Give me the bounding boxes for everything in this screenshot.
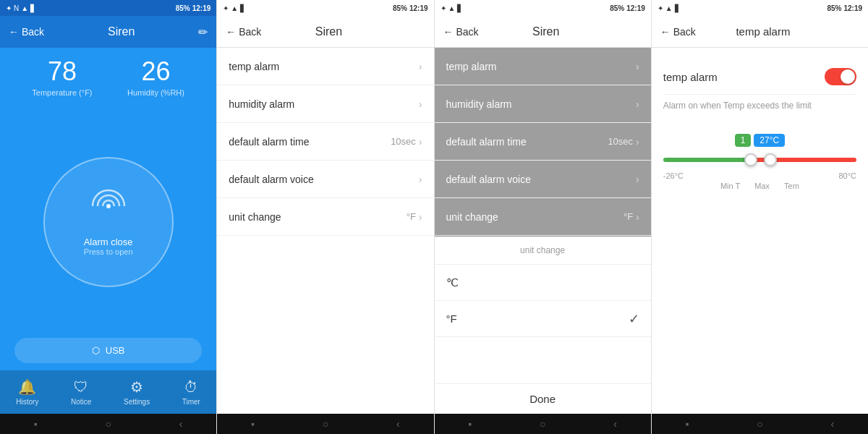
menu-label-dimmed-unit: unit change [446, 211, 624, 223]
bluetooth-icon-2: ✦ [223, 4, 229, 12]
status-right-2: 85% 12:19 [393, 4, 428, 12]
menu-arrow-temp: › [419, 61, 422, 72]
menu-item-default-alarm-time[interactable]: default alarm time 10sec › [217, 123, 433, 161]
back-button-2[interactable]: ← Back [226, 26, 261, 38]
temperature-label: Temperature (°F) [32, 88, 92, 97]
nav-history[interactable]: 🔔 History [16, 378, 38, 406]
status-icons-4: ✦ ▲ ▋ [658, 4, 681, 12]
menu-value-dimmed-unit: °F [624, 211, 633, 222]
menu-value-alarm-time: 10sec [391, 136, 416, 147]
time-4: 12:19 [843, 4, 862, 12]
temp-alarm-toggle[interactable] [825, 68, 856, 85]
wifi-icon-2: ▲ [231, 4, 238, 12]
menu-item-dimmed-humidity[interactable]: humidity alarm › [435, 85, 651, 123]
menu-label-dimmed-voice: default alarm voice [446, 174, 637, 185]
panel-siren-main: ✦ N ▲ ▋ 85% 12:19 ← Back Siren ✏ 78 Temp… [0, 0, 216, 434]
android-home-4[interactable]: ○ [757, 418, 762, 430]
menu-item-humidity-alarm[interactable]: humidity alarm › [217, 85, 433, 123]
status-icons-2: ✦ ▲ ▋ [223, 4, 246, 12]
android-square-2[interactable]: ▪ [251, 418, 255, 430]
slider-min-badge: 1 [735, 134, 752, 147]
back-button-1[interactable]: ← Back [9, 26, 44, 38]
signal-icon-3: ▋ [457, 4, 463, 12]
page-title-1: Siren [44, 25, 198, 38]
android-back-2[interactable]: ‹ [396, 418, 400, 430]
menu-value-unit: °F [407, 211, 416, 222]
android-back-4[interactable]: ‹ [830, 418, 834, 430]
menu-item-alarm-voice[interactable]: default alarm voice › [217, 161, 433, 198]
android-home-3[interactable]: ○ [540, 418, 545, 430]
sheet-option-celsius[interactable]: ℃ [435, 265, 651, 301]
menu-arrow-dimmed-voice: › [636, 174, 639, 185]
time-3: 12:19 [626, 4, 645, 12]
menu-arrow-alarm-voice: › [419, 174, 422, 185]
slider-range-labels: -26°C 80°C [663, 171, 856, 180]
android-square-3[interactable]: ▪ [468, 418, 472, 430]
menu-item-dimmed-voice[interactable]: default alarm voice › [435, 161, 651, 198]
back-button-3[interactable]: ← Back [443, 26, 479, 38]
back-button-4[interactable]: ← Back [660, 26, 696, 38]
android-back-3[interactable]: ‹ [613, 418, 617, 430]
settings-label: Settings [124, 398, 150, 406]
wifi-icon: ▲ [21, 4, 28, 12]
slider-named-labels: Min T Max Tem [663, 182, 856, 190]
sheet-option-fahrenheit[interactable]: °F ✓ [435, 301, 651, 337]
panel-siren-unit-sheet: ✦ ▲ ▋ 85% 12:19 ← Back Siren temp alarm … [435, 0, 651, 434]
android-bar-2: ▪ ○ ‹ [217, 414, 433, 434]
settings-icon: ⚙ [130, 378, 143, 396]
back-label-1: Back [22, 26, 44, 38]
menu-item-temp-alarm[interactable]: temp alarm › [217, 48, 433, 85]
back-arrow-icon-3: ← [443, 26, 454, 38]
status-bar-3: ✦ ▲ ▋ 85% 12:19 [435, 0, 651, 16]
wifi-icon-4: ▲ [665, 4, 673, 12]
nav-settings[interactable]: ⚙ Settings [124, 378, 150, 406]
menu-arrow-dimmed-time: › [636, 136, 639, 148]
android-back-1[interactable]: ‹ [179, 418, 183, 430]
notice-icon: 🛡 [74, 379, 88, 396]
nav-notice[interactable]: 🛡 Notice [71, 379, 91, 406]
android-home-2[interactable]: ○ [323, 418, 328, 430]
panel-temp-alarm-detail: ✦ ▲ ▋ 85% 12:19 ← Back temp alarm temp a… [652, 0, 868, 434]
slider-thumb-max[interactable] [764, 153, 777, 166]
menu-item-dimmed-alarm-time[interactable]: default alarm time 10sec › [435, 123, 651, 161]
android-square-4[interactable]: ▪ [686, 418, 689, 430]
slider-thumb-min[interactable] [744, 153, 757, 166]
bluetooth-icon-4: ✦ [658, 4, 663, 12]
alarm-description: Alarm on when Temp exceeds the limit [663, 95, 856, 122]
slider-label-min: Min T [720, 182, 740, 190]
alarm-hint-text: Press to open [84, 247, 133, 256]
slider-badges: 1 27°C [663, 134, 856, 147]
temp-alarm-detail-content: temp alarm Alarm on when Temp exceeds th… [652, 48, 868, 414]
menu-item-dimmed-unit[interactable]: unit change °F › [435, 198, 651, 236]
nav-bar-4: ← Back temp alarm [652, 16, 868, 48]
wifi-icon-3: ▲ [448, 4, 456, 12]
nfc-icon: N [14, 4, 19, 12]
sensor-row: 78 Temperature (°F) 26 Humidity (%RH) [0, 48, 216, 106]
time-2: 12:19 [409, 4, 428, 12]
signal-icon: ▋ [30, 4, 36, 12]
panel-siren-menu: ✦ ▲ ▋ 85% 12:19 ← Back Siren temp alarm … [217, 0, 433, 434]
sheet-title: unit change [435, 237, 651, 265]
slider-range-min: -26°C [663, 171, 684, 180]
status-bar-2: ✦ ▲ ▋ 85% 12:19 [217, 0, 433, 16]
slider-range-max: 80°C [838, 171, 856, 180]
edit-icon-1[interactable]: ✏ [198, 25, 208, 39]
android-home-1[interactable]: ○ [106, 418, 111, 430]
nav-timer[interactable]: ⏱ Timer [182, 379, 200, 406]
humidity-value: 26 [127, 56, 184, 87]
temp-alarm-toggle-row: temp alarm [663, 59, 856, 95]
menu-arrow-dimmed-temp: › [636, 61, 639, 72]
android-square-1[interactable]: ▪ [34, 418, 38, 430]
nav-bar-1: ← Back Siren ✏ [0, 16, 216, 48]
nav-bar-3: ← Back Siren [435, 16, 651, 48]
menu-item-unit-change[interactable]: unit change °F › [217, 198, 433, 236]
time-1: 12:19 [192, 4, 211, 12]
sheet-done-button[interactable]: Done [435, 383, 651, 414]
alarm-circle-button[interactable]: Alarm close Press to open [43, 157, 174, 287]
humidity-label: Humidity (%RH) [127, 88, 184, 97]
signal-icon-2: ▋ [240, 4, 246, 12]
menu-arrow-unit: › [419, 211, 422, 223]
timer-icon: ⏱ [184, 379, 198, 396]
menu-item-dimmed-temp[interactable]: temp alarm › [435, 48, 651, 85]
menu-list-2: temp alarm › humidity alarm › default al… [217, 48, 433, 414]
